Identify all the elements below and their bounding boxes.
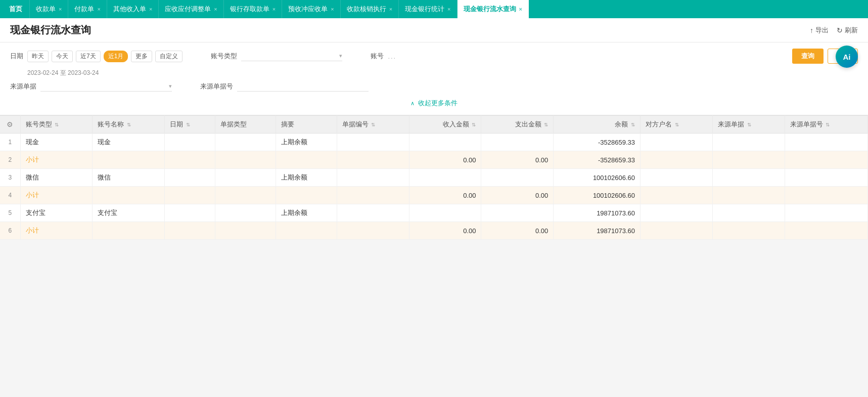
cell-counterpart bbox=[641, 222, 713, 240]
cell-doc-no bbox=[337, 204, 409, 222]
sort-doc-no[interactable]: ⇅ bbox=[371, 122, 375, 127]
nav-bank-deposit[interactable]: 银行存取款单 × bbox=[224, 0, 282, 18]
sort-account-type[interactable]: ⇅ bbox=[55, 122, 59, 127]
cell-row-no: 1 bbox=[0, 134, 20, 151]
col-source-doc-no[interactable]: 来源单据号 ⇅ bbox=[785, 116, 867, 134]
sort-source-doc[interactable]: ⇅ bbox=[747, 122, 751, 127]
cell-account-type: 小计 bbox=[20, 222, 93, 240]
cell-summary: 上期余额 bbox=[276, 169, 337, 187]
cell-date bbox=[165, 204, 215, 222]
cell-source-doc-no bbox=[785, 187, 867, 204]
date-btn-1month[interactable]: 近1月 bbox=[104, 51, 128, 62]
cell-doc-type bbox=[215, 204, 276, 222]
table-row: 4小计0.000.00100102606.60 bbox=[0, 187, 868, 204]
source-doc-no-input[interactable] bbox=[237, 81, 369, 91]
cell-account-type: 现金 bbox=[20, 134, 93, 151]
gear-icon[interactable]: ⚙ bbox=[7, 120, 13, 128]
nav-home[interactable]: 首页 bbox=[2, 0, 30, 18]
nav-bank-deposit-close[interactable]: × bbox=[272, 6, 276, 12]
sort-account-name[interactable]: ⇅ bbox=[127, 122, 131, 127]
source-doc-label: 来源单据 bbox=[10, 82, 36, 91]
cell-source-doc bbox=[712, 134, 785, 151]
nav-receipt-close[interactable]: × bbox=[59, 6, 62, 12]
date-filter-group: 日期 昨天 今天 近7天 近1月 更多 自定义 bbox=[10, 51, 182, 62]
cell-date bbox=[165, 134, 215, 151]
date-btn-more[interactable]: 更多 bbox=[131, 51, 152, 62]
source-doc-arrow: ▾ bbox=[169, 83, 172, 90]
col-settings[interactable]: ⚙ bbox=[0, 116, 20, 134]
nav-other-income[interactable]: 其他收入单 × bbox=[107, 0, 159, 18]
cell-doc-type bbox=[215, 134, 276, 151]
col-expense[interactable]: 支出金额 ⇅ bbox=[481, 116, 554, 134]
sort-balance[interactable]: ⇅ bbox=[631, 122, 635, 127]
sort-counterpart[interactable]: ⇅ bbox=[675, 122, 679, 127]
nav-payment[interactable]: 付款单 × bbox=[68, 0, 107, 18]
sort-date[interactable]: ⇅ bbox=[186, 122, 190, 127]
cell-source-doc bbox=[712, 151, 785, 169]
export-button[interactable]: ↑ 导出 bbox=[810, 26, 829, 35]
col-account-name[interactable]: 账号名称 ⇅ bbox=[93, 116, 165, 134]
cell-income bbox=[409, 134, 481, 151]
nav-receipt[interactable]: 收款单 × bbox=[30, 0, 68, 18]
source-doc-input-wrap[interactable]: ▾ bbox=[40, 81, 172, 92]
col-account-type[interactable]: 账号类型 ⇅ bbox=[20, 116, 93, 134]
nav-cash-stats-close[interactable]: × bbox=[447, 6, 450, 12]
cell-account-type: 微信 bbox=[20, 169, 93, 187]
nav-cash-stats[interactable]: 现金银行统计 × bbox=[399, 0, 457, 18]
nav-verify[interactable]: 收款核销执行 × bbox=[341, 0, 399, 18]
query-button[interactable]: 查询 bbox=[792, 49, 824, 64]
refresh-button[interactable]: ↻ 刷新 bbox=[837, 26, 858, 35]
cell-counterpart bbox=[641, 204, 713, 222]
cell-doc-type bbox=[215, 187, 276, 204]
cell-counterpart bbox=[641, 151, 713, 169]
source-doc-no-label: 来源单据号 bbox=[200, 82, 233, 91]
date-btn-yesterday[interactable]: 昨天 bbox=[27, 51, 49, 62]
cell-doc-type bbox=[215, 169, 276, 187]
cell-source-doc-no bbox=[785, 151, 867, 169]
col-source-doc[interactable]: 来源单据 ⇅ bbox=[712, 116, 785, 134]
account-type-input[interactable] bbox=[241, 51, 337, 61]
cell-account-type: 小计 bbox=[20, 151, 93, 169]
cell-row-no: 3 bbox=[0, 169, 20, 187]
col-counterpart[interactable]: 对方户名 ⇅ bbox=[641, 116, 713, 134]
cell-balance: -3528659.33 bbox=[554, 134, 641, 151]
cell-balance: 100102606.60 bbox=[554, 187, 641, 204]
date-btn-custom[interactable]: 自定义 bbox=[155, 51, 182, 62]
sort-expense[interactable]: ⇅ bbox=[544, 122, 548, 127]
date-buttons: 昨天 今天 近7天 近1月 更多 自定义 bbox=[27, 51, 182, 62]
cell-expense bbox=[481, 134, 554, 151]
nav-prepay[interactable]: 预收冲应收单 × bbox=[282, 0, 340, 18]
account-group: 账号 ... bbox=[371, 52, 396, 61]
source-doc-input[interactable] bbox=[40, 81, 167, 91]
cell-doc-no bbox=[337, 222, 409, 240]
filter-row-1: 日期 昨天 今天 近7天 近1月 更多 自定义 账号类型 ▾ 账号 ... bbox=[10, 49, 858, 64]
cell-row-no: 2 bbox=[0, 151, 20, 169]
col-date[interactable]: 日期 ⇅ bbox=[165, 116, 215, 134]
cell-summary: 上期余额 bbox=[276, 134, 337, 151]
col-balance[interactable]: 余额 ⇅ bbox=[554, 116, 641, 134]
collapse-bar[interactable]: ∧ 收起更多条件 bbox=[10, 97, 858, 111]
nav-verify-close[interactable]: × bbox=[389, 6, 392, 12]
nav-cash-flow-active[interactable]: 现金银行流水查询 × bbox=[458, 0, 529, 18]
cell-counterpart bbox=[641, 169, 713, 187]
sort-source-doc-no[interactable]: ⇅ bbox=[826, 122, 830, 127]
nav-payment-close[interactable]: × bbox=[97, 6, 100, 12]
nav-adjustment-close[interactable]: × bbox=[214, 6, 217, 12]
nav-prepay-close[interactable]: × bbox=[331, 6, 334, 12]
cell-date bbox=[165, 222, 215, 240]
cell-source-doc bbox=[712, 204, 785, 222]
date-btn-today[interactable]: 今天 bbox=[52, 51, 73, 62]
ai-badge[interactable]: Ai bbox=[836, 46, 858, 68]
nav-cash-flow-close[interactable]: × bbox=[519, 6, 522, 12]
cell-date bbox=[165, 187, 215, 204]
nav-adjustment[interactable]: 应收应付调整单 × bbox=[159, 0, 223, 18]
col-doc-no[interactable]: 单据编号 ⇅ bbox=[337, 116, 409, 134]
col-income[interactable]: 收入金额 ⇅ bbox=[409, 116, 481, 134]
table-row: 6小计0.000.0019871073.60 bbox=[0, 222, 868, 240]
table-header-row: ⚙ 账号类型 ⇅ 账号名称 ⇅ 日期 ⇅ 单据类型 摘要 bbox=[0, 116, 868, 134]
account-type-input-wrap[interactable]: ▾ bbox=[241, 51, 342, 61]
nav-other-income-close[interactable]: × bbox=[149, 6, 152, 12]
sort-income[interactable]: ⇅ bbox=[472, 122, 476, 127]
date-btn-7days[interactable]: 近7天 bbox=[76, 51, 101, 62]
source-doc-no-input-wrap[interactable] bbox=[237, 81, 369, 92]
